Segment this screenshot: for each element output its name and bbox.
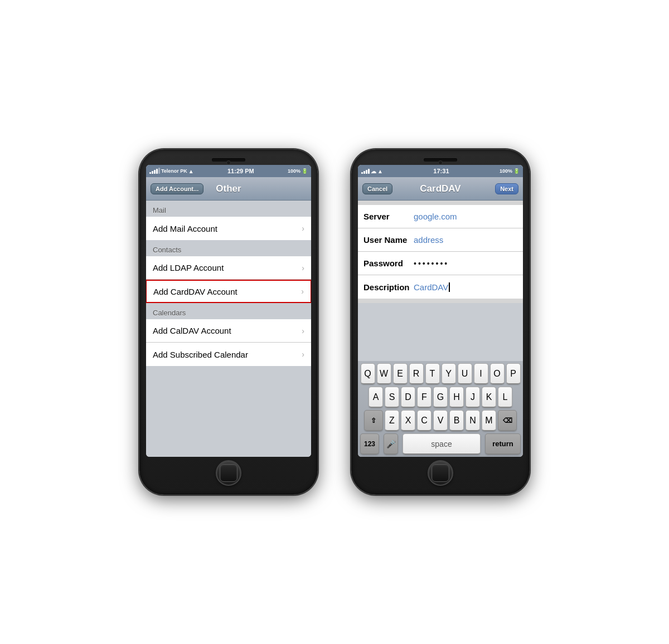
mic-key[interactable]: 🎤 [384,433,398,455]
server-row[interactable]: Server google.com [358,205,523,228]
chevron-carddav: › [301,287,304,296]
signal-bars-1 [149,168,160,174]
home-button-inner-2 [432,464,449,482]
key-e[interactable]: E [393,363,408,384]
bar2 [152,171,153,174]
content-1: Mail Add Mail Account › Contacts Add LDA… [146,201,311,457]
bar2-2 [363,171,365,174]
battery-label-1: 100% [288,168,300,174]
key-l[interactable]: L [498,387,512,408]
key-v[interactable]: V [433,410,448,431]
chevron-subscribed: › [302,350,304,359]
battery-1: 100% 🔋 [288,168,308,174]
backspace-key[interactable]: ⌫ [498,410,517,431]
time-2: 17:31 [433,168,449,174]
nav-bar-1: Add Account... Other [146,177,311,201]
key-f[interactable]: F [417,387,432,408]
bar3 [154,170,156,174]
key-n[interactable]: N [466,410,480,431]
password-row[interactable]: Password •••••••• [358,252,523,275]
space-key[interactable]: space [403,433,481,455]
home-button-1[interactable] [216,460,241,486]
username-value[interactable]: address [414,235,517,245]
password-value[interactable]: •••••••• [414,259,517,268]
key-x[interactable]: X [401,410,415,431]
home-button-inner-1 [220,464,237,482]
key-k[interactable]: K [482,387,496,408]
keyboard-row-3: ⇧ Z X C V B N M ⌫ [359,410,522,431]
chevron-ldap: › [302,264,304,272]
bar2-3 [366,170,367,174]
description-row[interactable]: Description CardDAV [358,275,523,299]
chevron-mail: › [302,224,304,233]
key-a[interactable]: A [369,387,383,408]
signal-bars-2 [361,168,370,174]
key-z[interactable]: Z [385,410,399,431]
key-q[interactable]: Q [361,363,375,384]
screen-1: Telenor PK ▲ 11:29 PM 100% 🔋 Add Account… [146,165,311,457]
key-r[interactable]: R [409,363,424,384]
add-caldav-label: Add CalDAV Account [153,326,231,335]
section-header-contacts: Contacts [146,240,311,256]
list-item-add-carddav[interactable]: Add CardDAV Account › [146,280,311,303]
keyboard-row-1: Q W E R T Y U I O P [359,363,522,384]
keyboard: Q W E R T Y U I O P A S D F G H J K L [358,361,523,457]
key-t[interactable]: T [425,363,440,384]
shift-key[interactable]: ⇧ [364,410,383,431]
battery-2: 100% 🔋 [500,168,520,174]
key-d[interactable]: D [401,387,415,408]
back-button-1[interactable]: Add Account... [151,183,203,194]
keyboard-row-2: A S D F G H J K L [359,387,522,408]
status-bar-1: Telenor PK ▲ 11:29 PM 100% 🔋 [146,165,311,177]
battery-icon-2: 🔋 [513,168,520,174]
home-button-2[interactable] [428,460,453,486]
list-item-add-mail[interactable]: Add Mail Account › [146,217,311,240]
key-c[interactable]: C [417,410,432,431]
nums-key[interactable]: 123 [360,433,379,455]
key-o[interactable]: O [490,363,505,384]
key-y[interactable]: Y [442,363,456,384]
key-h[interactable]: H [449,387,464,408]
key-p[interactable]: P [506,363,521,384]
list-group-mail: Add Mail Account › [146,217,311,240]
list-item-add-caldav[interactable]: Add CalDAV Account › [146,319,311,343]
phone-1: Telenor PK ▲ 11:29 PM 100% 🔋 Add Account… [139,149,318,495]
server-value[interactable]: google.com [414,212,517,221]
list-item-add-ldap[interactable]: Add LDAP Account › [146,256,311,280]
key-m[interactable]: M [482,410,496,431]
wifi-icon-1: ▲ [188,168,194,174]
cancel-button[interactable]: Cancel [362,183,392,194]
key-j[interactable]: J [466,387,480,408]
section-header-calendars: Calendars [146,303,311,319]
description-label: Description [363,282,414,292]
list-item-add-subscribed[interactable]: Add Subscribed Calendar › [146,343,311,366]
carddav-form: Server google.com User Name address Pass… [358,205,523,299]
next-button[interactable]: Next [495,183,518,194]
bar2-1 [361,172,363,174]
username-row[interactable]: User Name address [358,228,523,252]
cloud-icon: ☁ [371,168,376,174]
add-carddav-label: Add CardDAV Account [153,287,237,296]
username-label: User Name [363,235,414,245]
nav-bar-2: Cancel CardDAV Next [358,177,523,201]
bar4 [156,169,158,174]
add-mail-label: Add Mail Account [153,224,217,233]
screen-2: ☁ ▲ 17:31 100% 🔋 Cancel CardDAV Next Ser… [358,165,523,457]
signal-area-2: ☁ ▲ [361,168,383,174]
key-u[interactable]: U [458,363,472,384]
key-s[interactable]: S [385,387,399,408]
password-label: Password [363,258,414,268]
return-key[interactable]: return [485,433,521,455]
key-i[interactable]: I [474,363,488,384]
battery-icon-1: 🔋 [302,168,308,174]
status-bar-2: ☁ ▲ 17:31 100% 🔋 [358,165,523,177]
description-value[interactable]: CardDAV [414,282,517,292]
add-ldap-label: Add LDAP Account [153,263,224,272]
nav-title-1: Other [216,183,241,194]
key-b[interactable]: B [449,410,464,431]
key-w[interactable]: W [377,363,391,384]
camera-2 [438,160,443,165]
list-group-contacts: Add LDAP Account › Add CardDAV Account › [146,256,311,303]
phone-2: ☁ ▲ 17:31 100% 🔋 Cancel CardDAV Next Ser… [351,149,530,495]
key-g[interactable]: G [433,387,448,408]
